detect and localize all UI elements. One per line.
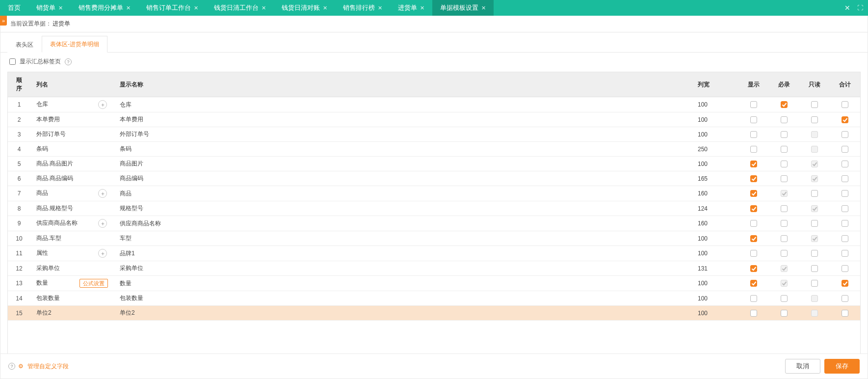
close-icon[interactable]: ✕ [323, 5, 327, 11]
top-tab-label: 进货单 [398, 3, 417, 12]
top-tab-label: 销货单 [36, 3, 55, 12]
top-tab[interactable]: 销售订单工作台✕ [138, 0, 206, 16]
close-icon[interactable]: ✕ [262, 5, 266, 11]
top-tab[interactable]: 首页 [0, 0, 28, 16]
close-all-icon[interactable]: ✕ [844, 4, 850, 12]
close-icon[interactable]: ✕ [420, 5, 424, 11]
top-tab[interactable]: 销售排行榜✕ [335, 0, 390, 16]
top-tab[interactable]: 销货单✕ [28, 0, 71, 16]
close-icon[interactable]: ✕ [481, 5, 486, 11]
close-icon[interactable]: ✕ [378, 5, 382, 11]
close-icon[interactable]: ✕ [126, 5, 131, 11]
close-icon[interactable]: ✕ [194, 5, 198, 11]
close-icon[interactable]: ✕ [58, 5, 63, 11]
top-tab[interactable]: 销售费用分摊单✕ [71, 0, 138, 16]
top-right-icons: ✕ ⛶ [844, 0, 868, 16]
top-tab-label: 首页 [8, 3, 21, 12]
top-tab-label: 销售排行榜 [343, 3, 375, 12]
top-tab-label: 单据模板设置 [440, 3, 478, 12]
top-tab-label: 销售订单工作台 [146, 3, 191, 12]
fullscreen-icon[interactable]: ⛶ [857, 4, 863, 11]
top-tab[interactable]: 单据模板设置✕ [432, 0, 494, 16]
top-tab-label: 销售费用分摊单 [79, 3, 123, 12]
top-tab-label: 钱货日清对账 [282, 3, 320, 12]
top-tab-bar: 首页销货单✕销售费用分摊单✕销售订单工作台✕钱货日清工作台✕钱货日清对账✕销售排… [0, 0, 868, 16]
top-tab[interactable]: 钱货日清工作台✕ [206, 0, 274, 16]
top-tab[interactable]: 进货单✕ [390, 0, 432, 16]
top-tab-label: 钱货日清工作台 [214, 3, 259, 12]
top-tab[interactable]: 钱货日清对账✕ [274, 0, 335, 16]
